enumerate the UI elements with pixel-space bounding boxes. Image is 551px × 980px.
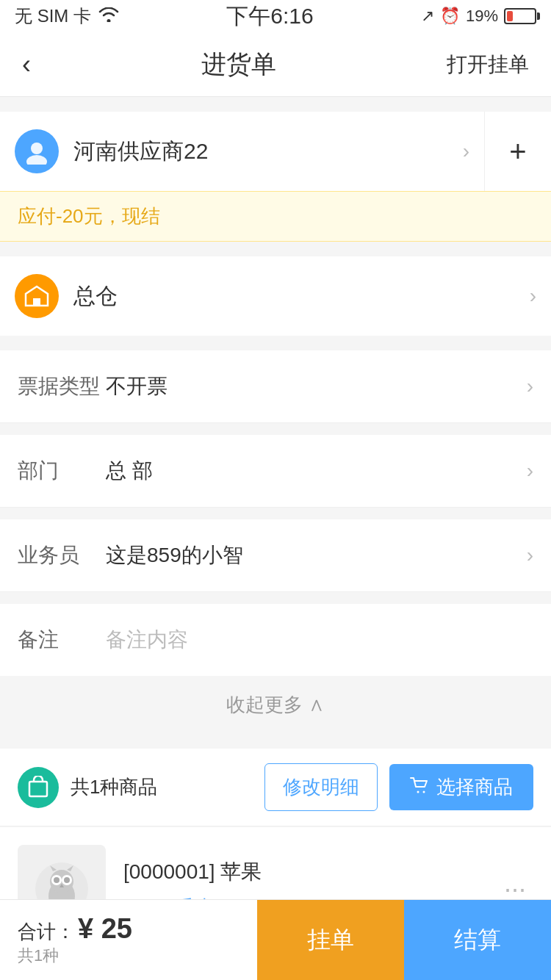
alarm-icon: ⏰ [440,7,460,26]
form-section: 票据类型 不开票 › 部门 总 部 › 业务员 这是859的小智 › 备注 备注… [0,350,551,676]
svg-point-1 [26,155,47,165]
supplier-main[interactable]: 河南供应商22 › [0,112,485,191]
warehouse-chevron-icon: › [530,284,536,308]
gap-1 [0,97,551,112]
gap-2 [0,242,551,256]
total-section: 合计： ¥ 25 共1种 [0,900,257,980]
invoice-label: 票据类型 [18,372,106,400]
department-value: 总 部 [106,457,527,485]
salesperson-chevron-icon: › [527,544,533,567]
products-header: 共1种商品 修改明细 选择商品 [0,749,551,826]
form-row-salesperson[interactable]: 业务员 这是859的小智 › [0,519,551,592]
page-title: 进货单 [201,48,276,82]
open-hang-button[interactable]: 打开挂单 [447,51,529,79]
svg-point-12 [54,877,60,883]
cart-icon [410,776,429,799]
supplier-avatar [15,129,59,173]
warehouse-name: 总仓 [73,281,530,311]
remark-placeholder: 备注内容 [106,626,533,654]
status-left: 无 SIM 卡 [15,4,119,28]
salesperson-label: 业务员 [18,541,106,569]
time-display: 下午6:16 [226,1,313,32]
gap-4 [0,734,551,749]
supplier-section: 河南供应商22 › + [0,112,551,191]
total-sub: 共1种 [18,945,240,967]
department-chevron-icon: › [527,459,533,483]
bottom-bar: 合计： ¥ 25 共1种 挂单 结算 [0,899,551,980]
notice-bar: 应付-20元，现结 [0,191,551,242]
select-product-label: 选择商品 [436,774,513,800]
salesperson-value: 这是859的小智 [106,541,527,569]
hang-order-button[interactable]: 挂单 [257,900,404,980]
select-product-button[interactable]: 选择商品 [389,764,533,810]
wifi-icon [98,6,119,26]
status-bar: 无 SIM 卡 下午6:16 ↗ ⏰ 19% [0,0,551,32]
warehouse-section[interactable]: 总仓 › [0,256,551,336]
warehouse-icon [15,274,59,318]
invoice-value: 不开票 [106,372,527,400]
thin-divider [0,826,551,826]
department-label: 部门 [18,457,106,485]
form-row-invoice[interactable]: 票据类型 不开票 › [0,350,551,423]
total-amount: ¥ 25 [78,913,132,945]
checkout-button[interactable]: 结算 [404,900,551,980]
collapse-button[interactable]: 收起更多 ∧ [0,676,551,734]
products-count: 共1种商品 [71,774,264,800]
gap-3 [0,336,551,350]
total-label: 合计： [18,919,75,945]
svg-point-5 [417,791,419,793]
carrier-text: 无 SIM 卡 [15,4,91,28]
back-button[interactable]: ‹ [22,49,31,80]
svg-point-6 [423,791,425,793]
divider-2 [0,508,551,519]
remark-label: 备注 [18,626,106,654]
nav-bar: ‹ 进货单 打开挂单 [0,32,551,97]
form-row-remark[interactable]: 备注 备注内容 [0,604,551,676]
form-row-department[interactable]: 部门 总 部 › [0,435,551,508]
status-right: ↗ ⏰ 19% [421,7,536,26]
divider-1 [0,423,551,435]
location-icon: ↗ [421,7,434,26]
product-name: [0000001] 苹果 [123,858,497,886]
divider-3 [0,592,551,604]
svg-rect-3 [33,298,40,306]
battery-percent: 19% [466,7,498,26]
supplier-name: 河南供应商22 [73,137,463,167]
svg-point-0 [31,143,43,154]
svg-rect-4 [29,782,47,796]
edit-detail-button[interactable]: 修改明细 [264,763,378,811]
svg-point-13 [64,877,70,883]
add-supplier-button[interactable]: + [485,112,551,191]
products-icon [18,767,59,808]
invoice-chevron-icon: › [527,375,533,398]
battery-icon [504,8,536,24]
supplier-chevron-icon: › [463,140,469,163]
